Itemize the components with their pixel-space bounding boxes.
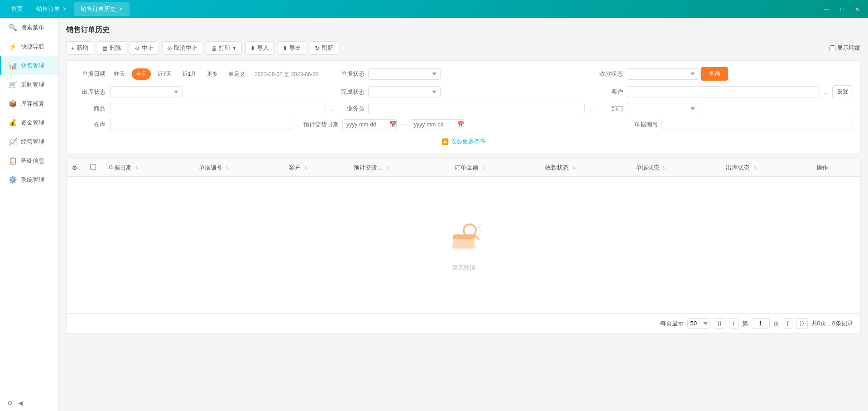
inventory-icon: 📦 (9, 100, 17, 108)
product-dots[interactable]: ... (328, 105, 336, 112)
salesperson-dots[interactable]: ... (586, 105, 595, 112)
sidebar-settings-icon[interactable]: ⚙ (7, 400, 13, 406)
refresh-icon: ↻ (315, 45, 320, 52)
col-delivery-status[interactable]: 出库状态 ⇅ (720, 159, 811, 177)
prev-page-btn[interactable]: ⟨ (729, 318, 739, 329)
delete-button[interactable]: 🗑 删除 (97, 41, 126, 55)
date-btn-last1m[interactable]: 近1月 (178, 68, 201, 80)
sidebar-collapse-icon[interactable]: ◀ (18, 400, 23, 406)
sidebar-item-sales-mgmt[interactable]: 📊 销售管理 (0, 56, 58, 75)
tab-home[interactable]: 首页 (5, 2, 29, 16)
sidebar-item-finance[interactable]: 💰 资金管理 (0, 113, 58, 132)
order-status-select[interactable] (368, 68, 441, 80)
col-checkbox (85, 159, 103, 177)
product-group: ... (110, 103, 336, 114)
salesperson-group: ... (368, 103, 595, 114)
select-all-checkbox[interactable] (90, 164, 96, 170)
expected-delivery-end[interactable] (410, 119, 464, 130)
current-page-input[interactable] (752, 318, 770, 329)
calendar-icon-start[interactable]: 📅 (389, 121, 397, 128)
customer-input[interactable] (627, 86, 820, 97)
department-select[interactable] (627, 103, 699, 114)
col-order-status[interactable]: 单据状态 ⇅ (630, 159, 721, 177)
payment-status-select[interactable] (627, 68, 699, 80)
window-close-btn[interactable]: ✕ (851, 4, 863, 15)
sidebar-item-search-menu[interactable]: 🔍 搜索菜单 (0, 18, 58, 37)
delivery-status-select[interactable] (110, 86, 182, 97)
tab-sales-order[interactable]: 销售订单 ✕ (30, 2, 73, 16)
print-arrow-icon: ▼ (232, 46, 237, 51)
salesperson-input[interactable] (368, 103, 584, 114)
delivery-status-label: 出库状态 (74, 88, 110, 96)
next-page-btn[interactable]: ⟩ (783, 318, 792, 329)
page-title: 销售订单历史 (66, 25, 861, 35)
show-details-toggle[interactable]: 显示明细 (830, 44, 861, 52)
first-page-btn[interactable]: ⟨⟨ (714, 318, 725, 329)
tab-sales-order-history[interactable]: 销售订单历史 ✕ (74, 2, 129, 16)
table-settings-icon[interactable]: ⚙ (72, 164, 77, 171)
col-expected-delivery[interactable]: 预计交货... ⇅ (348, 159, 449, 177)
data-table: ⚙ 单据日期 ⇅ 单据编号 ⇅ (67, 159, 860, 313)
empty-state: 暂无数据 (72, 181, 855, 308)
page-label-pre: 第 (742, 319, 748, 328)
window-min-btn[interactable]: — (820, 4, 833, 15)
window-controls: — □ ✕ (820, 4, 863, 15)
col-date[interactable]: 单据日期 ⇅ (103, 159, 193, 177)
page-size-select[interactable]: 50 10 20 100 (687, 318, 710, 329)
order-number-input[interactable] (662, 119, 853, 130)
export-button[interactable]: ⬆ 导出 (278, 41, 306, 55)
delivery-status-group (110, 86, 336, 97)
cancel-stop-button[interactable]: ⊘ 取消中止 (162, 41, 202, 55)
show-details-label: 显示明细 (837, 44, 861, 52)
window-max-btn[interactable]: □ (837, 4, 848, 15)
complete-status-select[interactable] (368, 86, 441, 97)
customer-dots[interactable]: ... (822, 88, 830, 95)
col-number-label: 单据编号 (199, 164, 222, 171)
col-payment-status[interactable]: 收款状态 ⇅ (540, 159, 630, 177)
expected-delivery-group: 📅 — 📅 (342, 119, 630, 130)
settings-button[interactable]: 设置 (832, 85, 853, 98)
sidebar-item-inventory[interactable]: 📦 库存核算 (0, 94, 58, 113)
new-label: 新增 (77, 44, 88, 52)
warehouse-dots[interactable]: ... (293, 121, 302, 128)
sidebar-item-operations[interactable]: 📈 经营管理 (0, 132, 58, 151)
print-button[interactable]: 🖨 打印 ▼ (206, 41, 242, 55)
sidebar-item-sys-mgmt[interactable]: ⚙️ 系统管理 (0, 170, 58, 189)
page-label-post: 页 (773, 319, 779, 328)
order-number-label: 单据编号 (630, 121, 662, 129)
sidebar-item-base-info[interactable]: 📋 基础信息 (0, 151, 58, 170)
sidebar-item-label-search-menu: 搜索菜单 (21, 24, 44, 32)
tab-sales-order-close[interactable]: ✕ (62, 6, 67, 12)
expected-delivery-start[interactable] (342, 119, 397, 130)
date-btn-custom[interactable]: 自定义 (225, 68, 249, 80)
col-date-sort: ⇅ (135, 165, 139, 170)
table-header: ⚙ 单据日期 ⇅ 单据编号 ⇅ (67, 159, 860, 177)
last-page-btn[interactable]: ⟩⟩ (796, 318, 808, 329)
date-btn-yesterday[interactable]: 昨天 (110, 68, 129, 80)
sidebar-item-quick-nav[interactable]: ⚡ 快捷导航 (0, 37, 58, 56)
product-input[interactable] (110, 103, 326, 114)
col-customer[interactable]: 客户 ⇅ (283, 159, 348, 177)
operations-icon: 📈 (9, 138, 17, 146)
tab-sales-order-history-close[interactable]: ✕ (119, 6, 123, 12)
date-btn-more[interactable]: 更多 (203, 68, 222, 80)
query-button[interactable]: 查询 (701, 67, 728, 81)
date-btn-today[interactable]: 今天 (132, 68, 151, 80)
collapse-bar[interactable]: 🔼 收起更多条件 (74, 135, 853, 146)
warehouse-input[interactable] (110, 119, 291, 130)
calendar-icon-end[interactable]: 📅 (457, 121, 464, 128)
delete-icon: 🗑 (102, 45, 108, 52)
sidebar-item-purchase-mgmt[interactable]: 🛒 采购管理 (0, 75, 58, 94)
collapse-label: 收起更多条件 (451, 137, 486, 145)
date-btn-last7[interactable]: 近7天 (153, 68, 176, 80)
import-button[interactable]: ⬇ 导入 (245, 41, 274, 55)
finance-icon: 💰 (9, 119, 17, 127)
search-menu-icon: 🔍 (9, 24, 17, 32)
stop-button[interactable]: ⊘ 中止 (130, 41, 158, 55)
show-details-checkbox[interactable] (830, 45, 835, 51)
new-button[interactable]: + 新增 (66, 41, 93, 55)
refresh-button[interactable]: ↻ 刷新 (310, 41, 338, 55)
svg-point-8 (479, 224, 480, 225)
col-number[interactable]: 单据编号 ⇅ (193, 159, 284, 177)
col-amount[interactable]: 订单金额 ⇅ (449, 159, 540, 177)
